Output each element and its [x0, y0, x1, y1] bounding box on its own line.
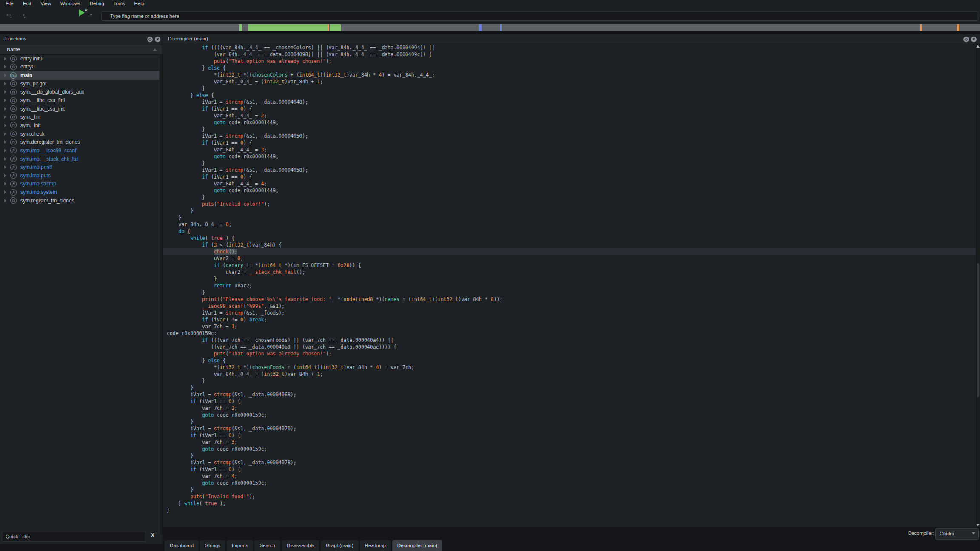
code-line[interactable]: iVar1 = strcmp(&s1, _data.00004070); [163, 425, 976, 432]
code-line[interactable]: } [163, 378, 976, 384]
expand-caret-icon[interactable] [4, 82, 6, 85]
memory-segment[interactable] [239, 24, 242, 31]
code-line[interactable]: } [163, 276, 976, 282]
code-line[interactable]: check(); [163, 248, 976, 255]
quick-filter-input[interactable] [2, 531, 146, 542]
code-line[interactable]: } [163, 418, 976, 425]
expand-caret-icon[interactable] [4, 149, 6, 152]
expand-caret-icon[interactable] [4, 132, 6, 136]
code-line[interactable]: } else { [163, 357, 976, 364]
function-list-item[interactable]: ƒxsym.__libc_csu_fini [0, 96, 160, 105]
functions-scrollbar[interactable] [159, 54, 163, 535]
code-line[interactable]: goto code_r0x00001449; [163, 119, 976, 126]
memory-map-strip[interactable] [0, 24, 980, 31]
code-line[interactable]: if (iVar1 == 0) { [163, 105, 976, 112]
tab-strings[interactable]: Strings [200, 540, 225, 551]
tab-disassembly[interactable]: Disassembly [282, 540, 319, 551]
code-line[interactable]: if ((((var_84h._4_4_ == _chosenColors) |… [163, 44, 976, 51]
code-line[interactable]: code_r0x0000159c: [163, 330, 976, 337]
expand-caret-icon[interactable] [4, 115, 6, 119]
code-line[interactable]: *(int32_t *)(chosenFoods + (int64_t)(int… [163, 364, 976, 371]
expand-caret-icon[interactable] [4, 165, 6, 169]
function-list-item[interactable]: ƒxsym.check [0, 130, 160, 138]
code-line[interactable]: uVar2 = 0; [163, 255, 976, 262]
code-line[interactable]: iVar1 = strcmp(&s1, _foods); [163, 310, 976, 316]
expand-caret-icon[interactable] [4, 157, 6, 161]
code-line[interactable]: if (canary != *(int64_t *)(in_FS_OFFSET … [163, 262, 976, 269]
code-line[interactable]: var_84h._4_4_ = 4; [163, 180, 976, 187]
expand-caret-icon[interactable] [4, 140, 6, 144]
function-list-item[interactable]: ƒxsym._fini [0, 113, 160, 121]
code-line[interactable]: var_7ch = 3; [163, 439, 976, 446]
highlighted-token[interactable]: check(); [214, 249, 237, 255]
code-line[interactable]: while( true ) { [163, 235, 976, 241]
code-line[interactable]: iVar1 = strcmp(&s1, _data.00004058); [163, 167, 976, 173]
function-list-item[interactable]: ƒxsym.__do_global_dtors_aux [0, 88, 160, 97]
debug-start-icon[interactable] [79, 9, 85, 16]
menu-debug[interactable]: Debug [85, 0, 109, 7]
function-list-item[interactable]: ƒisym.imp.puts [0, 171, 160, 180]
code-line[interactable]: printf("Please choose %s\'s favorite foo… [163, 296, 976, 303]
expand-caret-icon[interactable] [4, 90, 6, 94]
code-line[interactable]: if (iVar1 != 0) break; [163, 316, 976, 323]
tab-search[interactable]: Search [254, 540, 280, 551]
decompiler-scrollbar[interactable] [976, 44, 980, 527]
function-list-item[interactable]: ƒisym.imp.system [0, 188, 160, 196]
code-line[interactable]: iVar1 = strcmp(&s1, _data.00004048); [163, 99, 976, 105]
code-line[interactable]: } [163, 126, 976, 133]
function-list-item[interactable]: ƒisym.imp.strcmp [0, 180, 160, 188]
code-line[interactable]: puts("That option was already chosen!"); [163, 350, 976, 357]
memory-segment[interactable] [328, 24, 329, 31]
code-line[interactable]: puts("Invalid color!"); [163, 201, 976, 207]
scroll-up-icon[interactable] [976, 45, 980, 48]
code-line[interactable]: } [163, 289, 976, 296]
expand-caret-icon[interactable] [4, 65, 6, 68]
memory-segment[interactable] [330, 24, 341, 31]
code-line[interactable]: iVar1 = strcmp(&s1, _data.00004078); [163, 459, 976, 466]
code-line[interactable]: var_84h._4_4_ = 3; [163, 146, 976, 153]
menu-file[interactable]: File [1, 0, 18, 7]
code-line[interactable]: } [163, 507, 976, 514]
code-line[interactable]: } else { [163, 92, 976, 99]
menu-tools[interactable]: Tools [109, 0, 130, 7]
code-line[interactable]: } else { [163, 65, 976, 71]
code-line[interactable]: } [163, 384, 976, 391]
undock-panel-icon[interactable]: ◇ [147, 37, 153, 42]
code-line[interactable]: goto code_r0x0000159c; [163, 480, 976, 486]
function-list-item[interactable]: ƒisym.imp.printf [0, 163, 160, 171]
back-dropdown-caret-icon[interactable]: ▾ [10, 16, 12, 19]
memory-segment[interactable] [957, 24, 959, 31]
function-list-item[interactable]: ƒisym.imp.__stack_chk_fail [0, 155, 160, 163]
function-list-item[interactable]: ƒxsym.register_tm_clones [0, 196, 160, 205]
expand-caret-icon[interactable] [4, 74, 6, 77]
expand-caret-icon[interactable] [4, 190, 6, 194]
tab-imports[interactable]: Imports [227, 540, 253, 551]
memory-segment[interactable] [920, 24, 922, 31]
code-line[interactable]: iVar1 = strcmp(&s1, _data.00004050); [163, 133, 976, 139]
close-panel-icon[interactable]: ✕ [971, 37, 977, 42]
code-line[interactable]: *(int32_t *)(chosenColors + (int64_t)(in… [163, 71, 976, 78]
function-list-item[interactable]: ƒxentry0 [0, 63, 160, 71]
code-line[interactable]: (var_84h._4_4_ == _data.00004098)) || (v… [163, 51, 976, 58]
function-list-item[interactable]: ƒxsym.deregister_tm_clones [0, 138, 160, 146]
code-line[interactable]: do { [163, 228, 976, 235]
function-list-item[interactable]: ƒxentry.init0 [0, 54, 160, 63]
scrollbar-thumb[interactable] [977, 263, 979, 397]
code-line[interactable]: var_84h._4_4_ = 2; [163, 112, 976, 119]
close-panel-icon[interactable]: ✕ [155, 37, 160, 42]
code-line[interactable]: ((var_7ch == _data.000040a8 || (var_7ch … [163, 344, 976, 350]
code-line[interactable]: } [163, 160, 976, 167]
function-list-item[interactable]: ƒisym.imp.__isoc99_scanf [0, 146, 160, 155]
code-line[interactable]: if (iVar1 == 0) { [163, 432, 976, 439]
address-search-input[interactable] [101, 11, 978, 21]
expand-caret-icon[interactable] [4, 107, 6, 111]
code-line[interactable]: } [163, 194, 976, 201]
code-line[interactable]: } [163, 214, 976, 221]
function-list-item[interactable]: ƒmmain [0, 71, 160, 80]
code-line[interactable]: goto code_r0x00001449; [163, 187, 976, 194]
code-line[interactable]: var_84h._0_4_ = (int32_t)var_84h + 1; [163, 371, 976, 378]
menu-edit[interactable]: Edit [18, 0, 36, 7]
code-line[interactable]: __isoc99_scanf("%99s", &s1); [163, 303, 976, 310]
functions-column-header[interactable]: Name [0, 45, 163, 55]
expand-caret-icon[interactable] [4, 124, 6, 127]
